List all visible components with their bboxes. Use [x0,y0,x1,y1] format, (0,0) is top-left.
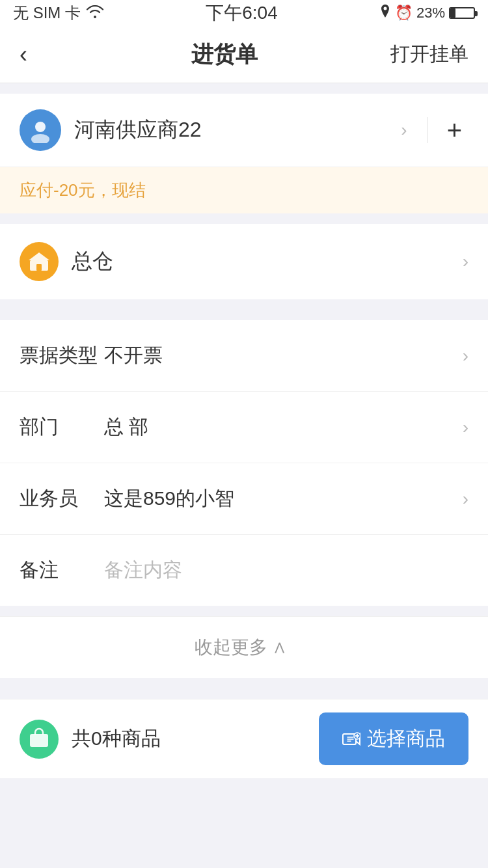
dept-row[interactable]: 部门 总 部 › [0,392,488,463]
salesman-chevron-icon: › [463,489,468,509]
warehouse-icon [20,242,59,281]
salesman-value: 这是859的小智 [104,485,463,512]
dept-chevron-icon: › [463,417,468,438]
goods-icon [20,720,59,759]
invoice-row[interactable]: 票据类型 不开票 › [0,320,488,392]
select-goods-button[interactable]: 选择商品 [319,712,468,765]
invoice-value: 不开票 [104,342,463,369]
svg-point-0 [35,122,46,132]
supplier-chevron-icon: › [401,120,407,141]
dept-label: 部门 [20,414,104,441]
invoice-label: 票据类型 [20,342,104,369]
supplier-avatar [20,109,61,151]
collapse-label: 收起更多 ∧ [195,635,288,660]
remark-input[interactable]: 备注内容 [104,557,468,584]
form-section: 票据类型 不开票 › 部门 总 部 › 业务员 这是859的小智 › 备注 备注… [0,320,488,606]
select-goods-label: 选择商品 [367,726,445,752]
invoice-chevron-icon: › [463,346,468,366]
sep3 [0,688,488,699]
sep2 [0,310,488,320]
warehouse-row[interactable]: 总仓 › [0,224,488,299]
bottom-bar: 共0种商品 选择商品 [0,699,488,778]
status-right: ⏰ 23% [379,5,475,21]
carrier-label: 无 SIM 卡 [13,3,81,23]
remark-row[interactable]: 备注 备注内容 [0,535,488,606]
notice-bar: 应付-20元，现结 [0,167,488,213]
notice-text: 应付-20元，现结 [20,180,146,200]
page-title: 进货单 [191,40,258,70]
status-left: 无 SIM 卡 [13,3,104,23]
battery-icon [449,7,475,19]
warehouse-card[interactable]: 总仓 › [0,224,488,299]
dept-value: 总 部 [104,414,463,441]
battery-percent: 23% [416,5,445,21]
location-icon [379,5,391,21]
sep1 [0,83,488,94]
warehouse-chevron-icon: › [463,251,468,272]
alarm-icon: ⏰ [395,5,413,21]
salesman-label: 业务员 [20,485,104,512]
warehouse-name: 总仓 [72,247,463,276]
back-button[interactable]: ‹ [20,41,59,68]
remark-label: 备注 [20,557,104,584]
status-time: 下午6:04 [206,1,278,25]
content: 河南供应商22 › + 应付-20元，现结 总仓 › 票据类型 [0,83,488,778]
collapse-button[interactable]: 收起更多 ∧ [0,616,488,678]
supplier-name: 河南供应商22 [74,116,401,144]
add-supplier-button[interactable]: + [441,116,468,145]
supplier-row[interactable]: 河南供应商22 › + [0,94,488,167]
collapse-card: 收起更多 ∧ [0,616,488,678]
salesman-row[interactable]: 业务员 这是859的小智 › [0,463,488,535]
svg-marker-3 [29,252,49,260]
vertical-divider [427,117,427,143]
svg-rect-5 [30,734,48,747]
goods-count-label: 共0种商品 [72,726,319,752]
supplier-card: 河南供应商22 › + 应付-20元，现结 [0,94,488,213]
nav-bar: ‹ 进货单 打开挂单 [0,26,488,83]
open-pending-button[interactable]: 打开挂单 [390,41,468,68]
status-bar: 无 SIM 卡 下午6:04 ⏰ 23% [0,0,488,26]
svg-point-1 [31,134,49,143]
svg-rect-4 [36,264,42,271]
wifi-icon [86,4,104,22]
